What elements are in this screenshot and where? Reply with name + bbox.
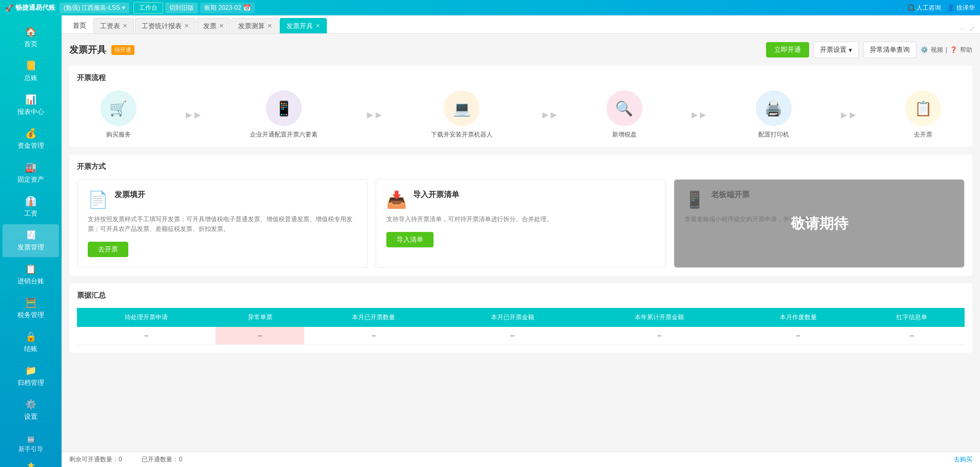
top-bar-right: 🎧 人工咨询 👤 徐泽华	[907, 4, 975, 12]
main-layout: 🏠 首页 📒 总账 📊 报表中心 💰 资金管理 🏭 固定资产 👔 工资 🧾 发票…	[0, 15, 980, 467]
status-badge: 待开通	[111, 45, 134, 55]
tab-invoice-issue[interactable]: 发票开具 ✕	[280, 18, 327, 33]
anomaly-query-button[interactable]: 异常清单查询	[863, 42, 916, 58]
method-card-import-header: 📥 导入开票清单	[386, 190, 656, 209]
coming-soon-overlay: 敬请期待	[674, 180, 964, 267]
buy-link[interactable]: 去购买	[954, 455, 972, 464]
tab-close-invoice-issue[interactable]: ✕	[316, 23, 320, 29]
close-accounts-icon: 🔒	[25, 331, 36, 342]
open-settings-button[interactable]: 开票设置 ▾	[813, 42, 859, 58]
tab-close-salary-report[interactable]: ✕	[184, 23, 189, 29]
maximize-button[interactable]: ⤢	[969, 25, 975, 33]
issue-icon: 📋	[905, 90, 941, 126]
tab-home[interactable]: 首页	[67, 18, 92, 33]
tab-close-invoice[interactable]: ✕	[219, 23, 224, 29]
sidebar-item-salary[interactable]: 👔 工资	[3, 190, 59, 223]
buy-service-icon: 🛒	[101, 90, 136, 126]
period-selector[interactable]: 账期 2023-02 📅	[200, 3, 255, 13]
company-selector[interactable]: (勉强) 江西服装-LSS ▾	[60, 3, 129, 13]
logo-icon: 🚀	[5, 4, 13, 12]
sidebar-item-ledger[interactable]: 📒 总账	[3, 55, 59, 88]
invoice-icon: 🧾	[25, 229, 36, 241]
workbench-button[interactable]: 工作台	[133, 2, 163, 14]
col-pending: 待处理开票申请	[77, 308, 215, 327]
import-list-button[interactable]: 导入清单	[386, 232, 434, 247]
headset-icon: 🎧	[907, 4, 915, 11]
overlay-text: 敬请期待	[791, 214, 848, 233]
col-month-amount: 本月已开票金额	[443, 308, 582, 327]
tab-invoice-calc[interactable]: 发票测算 ✕	[231, 18, 279, 33]
sidebar-item-assets[interactable]: 🏭 固定资产	[3, 157, 59, 189]
go-issue-button[interactable]: 去开票	[88, 242, 128, 257]
sidebar-item-member[interactable]: ⭐ 畅会员	[3, 458, 59, 467]
tab-invoice[interactable]: 发票 ✕	[197, 18, 230, 33]
home-icon: 🏠	[25, 26, 36, 37]
flow-step-printer[interactable]: 🖨️ 配置打印机	[756, 90, 792, 139]
sidebar-item-home[interactable]: 🏠 首页	[3, 21, 59, 54]
fill-invoice-desc: 支持按照发票样式手工填写开发票；可开具增值税电子普通发票、增值税普通发票、增值税…	[88, 215, 357, 234]
import-invoice-desc: 支持导入待开票清单，可对待开票清单进行拆分、合并处理。	[386, 215, 656, 224]
bottom-bar-info: 剩余可开通数量：0 已开通数量：0	[69, 455, 182, 464]
flow-step-buy[interactable]: 🛒 购买服务	[101, 90, 136, 139]
sidebar-bottom: 🆕 新手引导 ⭐ 畅会员	[0, 427, 62, 467]
page-header: 发票开具 待开通 立即开通 开票设置 ▾ 异常清单查询 ⚙️ 视频 | ❓	[69, 42, 972, 58]
tab-salary[interactable]: 工资表 ✕	[93, 18, 134, 33]
old-version-button[interactable]: 切到旧版	[165, 3, 198, 13]
flow-steps: 🛒 购买服务 ▶ ▶ 📱 企业开通配置开票六要素 ▶ ▶ 💻 下载并安装开票机器…	[77, 90, 965, 139]
sidebar-item-tax[interactable]: 🧮 税务管理	[3, 292, 59, 325]
sidebar-item-reports[interactable]: 📊 报表中心	[3, 89, 59, 122]
header-actions: 立即开通 开票设置 ▾ 异常清单查询 ⚙️ 视频 | ❓ 帮助	[766, 42, 972, 58]
fill-invoice-title: 发票填开	[114, 190, 145, 200]
page-content: 发票开具 待开通 立即开通 开票设置 ▾ 异常清单查询 ⚙️ 视频 | ❓	[62, 34, 980, 452]
flow-step-download[interactable]: 💻 下载并安装开票机器人	[431, 90, 493, 139]
assets-icon: 🏭	[25, 162, 36, 173]
cell-month-count: --	[304, 327, 443, 345]
flow-arrow-3: ▶ ▶	[542, 110, 557, 120]
sidebar-item-close[interactable]: 🔒 结账	[3, 326, 59, 359]
sidebar-item-invoice[interactable]: 🧾 发票管理	[3, 224, 59, 257]
content-area: 首页 工资表 ✕ 工资统计报表 ✕ 发票 ✕ 发票测算 ✕ 发票开具 ✕	[62, 15, 980, 467]
flow-arrow-5: ▶ ▶	[841, 110, 855, 120]
help-icon2: ❓	[950, 46, 957, 53]
cell-anomaly: --	[215, 327, 304, 345]
reports-icon: 📊	[25, 94, 36, 105]
cell-pending: --	[77, 327, 215, 345]
tab-close-salary[interactable]: ✕	[123, 23, 127, 29]
newbie-icon: 🆕	[27, 436, 35, 443]
flow-arrow-4: ▶ ▶	[692, 110, 706, 120]
page-title-row: 发票开具 待开通	[69, 44, 134, 56]
sidebar-item-purchase[interactable]: 📋 进销台账	[3, 258, 59, 291]
sidebar-item-funds[interactable]: 💰 资金管理	[3, 123, 59, 155]
member-icon: ⭐	[27, 462, 35, 467]
method-card-boss: 📱 老板端开票 查看老板端小程序提交的开票申请，并作出相应处理。 敬请期待	[674, 179, 965, 268]
settings-icon: ⚙️	[25, 399, 36, 410]
sidebar-item-newbie[interactable]: 🆕 新手引导	[3, 432, 59, 458]
fill-invoice-icon: 📄	[88, 190, 108, 209]
top-bar-left: 🚀 畅捷通易代账 (勉强) 江西服装-LSS ▾ 工作台 切到旧版 账期 202…	[5, 2, 255, 14]
methods-section-title: 开票方式	[77, 162, 965, 171]
flow-step-issue[interactable]: 📋 去开票	[905, 90, 941, 139]
cell-month-amount: --	[443, 327, 582, 345]
sidebar-item-archive[interactable]: 📁 归档管理	[3, 360, 59, 393]
sidebar: 🏠 首页 📒 总账 📊 报表中心 💰 资金管理 🏭 固定资产 👔 工资 🧾 发票…	[0, 15, 62, 467]
page-title: 发票开具	[69, 44, 106, 56]
cell-year-amount: --	[582, 327, 737, 345]
method-card-import: 📥 导入开票清单 支持导入待开票清单，可对待开票清单进行拆分、合并处理。 导入清…	[376, 179, 667, 268]
flow-step-configure[interactable]: 📱 企业开通配置开票六要素	[250, 90, 318, 139]
printer-icon: 🖨️	[756, 90, 792, 126]
support-button[interactable]: 🎧 人工咨询	[907, 4, 941, 12]
col-month-count: 本月已开票数量	[304, 308, 443, 327]
user-menu[interactable]: 👤 徐泽华	[947, 4, 975, 12]
help-icon: ⚙️	[920, 46, 928, 53]
flow-step-taxdisk[interactable]: 🔍 新增税盘	[606, 90, 642, 139]
tab-salary-report[interactable]: 工资统计报表 ✕	[135, 18, 195, 33]
funds-icon: 💰	[25, 128, 36, 139]
sidebar-item-settings[interactable]: ⚙️ 设置	[3, 394, 59, 426]
cell-red-info: --	[859, 327, 965, 345]
minimize-button[interactable]: －	[958, 24, 966, 33]
tab-bar: 首页 工资表 ✕ 工资统计报表 ✕ 发票 ✕ 发票测算 ✕ 发票开具 ✕	[62, 15, 980, 34]
flow-arrow-1: ▶ ▶	[186, 110, 200, 120]
open-now-button[interactable]: 立即开通	[766, 42, 809, 57]
top-bar: 🚀 畅捷通易代账 (勉强) 江西服装-LSS ▾ 工作台 切到旧版 账期 202…	[0, 0, 980, 15]
tab-close-invoice-calc[interactable]: ✕	[267, 23, 272, 29]
